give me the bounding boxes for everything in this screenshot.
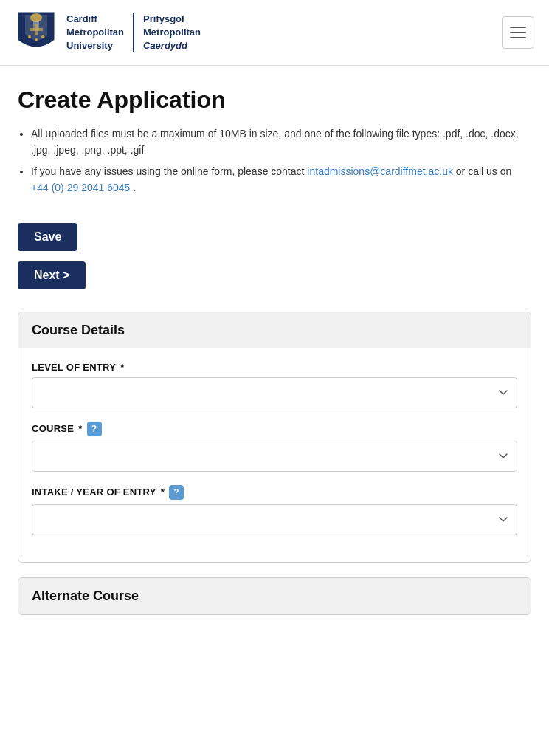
info-item-contact: If you have any issues using the online …	[31, 163, 531, 196]
level-of-entry-required: *	[120, 362, 124, 373]
course-details-body: LEVEL OF ENTRY * COURSE * ?	[18, 348, 531, 562]
course-details-section: Course Details LEVEL OF ENTRY * COURSE *…	[18, 312, 531, 563]
hamburger-menu-button[interactable]	[502, 16, 534, 49]
svg-rect-3	[30, 28, 43, 31]
logo: Cardiff Metropolitan University Prifysgo…	[15, 9, 201, 56]
contact-end-text: .	[133, 182, 136, 193]
contact-or-text: or call us on	[456, 165, 511, 177]
course-details-header: Course Details	[18, 312, 531, 348]
page-title: Create Application	[18, 86, 531, 114]
alternate-course-section: Alternate Course	[18, 577, 531, 615]
contact-intro-text: If you have any issues using the online …	[31, 165, 304, 177]
hamburger-line-2	[510, 32, 526, 33]
course-field: COURSE * ?	[32, 422, 517, 472]
svg-point-4	[28, 35, 31, 38]
level-of-entry-field: LEVEL OF ENTRY *	[32, 362, 517, 408]
svg-point-6	[41, 35, 44, 38]
course-select[interactable]	[32, 441, 517, 472]
svg-point-5	[35, 38, 38, 41]
logo-text: Cardiff Metropolitan University Prifysgo…	[66, 13, 201, 53]
course-help-icon[interactable]: ?	[87, 422, 102, 436]
info-item-files: All uploaded files must be a maximum of …	[31, 126, 531, 159]
contact-email-link[interactable]: intadmissions@cardiffmet.ac.uk	[307, 165, 453, 177]
level-of-entry-label: LEVEL OF ENTRY *	[32, 362, 517, 373]
next-button[interactable]: Next >	[18, 261, 86, 289]
university-crest-icon	[15, 9, 58, 56]
main-content: Create Application All uploaded files mu…	[0, 66, 549, 650]
save-button[interactable]: Save	[18, 223, 77, 251]
info-list: All uploaded files must be a maximum of …	[31, 126, 531, 196]
intake-year-select[interactable]	[32, 504, 517, 535]
course-label: COURSE * ?	[32, 422, 517, 436]
level-of-entry-select[interactable]	[32, 377, 517, 408]
hamburger-line-1	[510, 27, 526, 28]
logo-welsh: Prifysgol Metropolitan Caerdydd	[143, 13, 201, 53]
intake-year-label: INTAKE / YEAR OF ENTRY * ?	[32, 485, 517, 500]
intake-year-help-icon[interactable]: ?	[169, 485, 184, 500]
logo-english: Cardiff Metropolitan University	[66, 13, 134, 53]
intake-year-required: *	[161, 487, 165, 498]
header: Cardiff Metropolitan University Prifysgo…	[0, 0, 549, 66]
alternate-course-header: Alternate Course	[18, 578, 531, 614]
contact-phone-link[interactable]: +44 (0) 29 2041 6045	[31, 182, 130, 193]
intake-year-field: INTAKE / YEAR OF ENTRY * ?	[32, 485, 517, 535]
course-required: *	[78, 423, 82, 434]
hamburger-line-3	[510, 37, 526, 38]
